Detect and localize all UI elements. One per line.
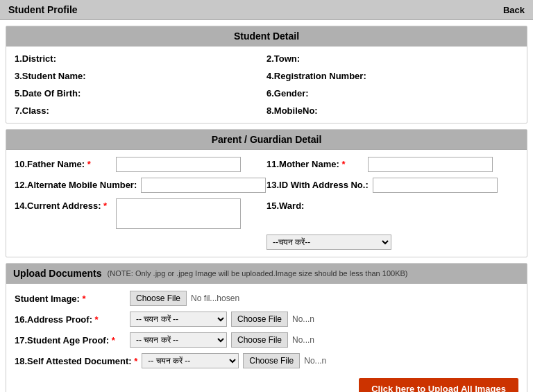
current-address-label: 14.Current Address: * (15, 198, 112, 211)
student-name-field: 3.Student Name: (15, 69, 266, 83)
id-address-label: 13.ID With Address No.: (266, 178, 369, 190)
registration-label: 4.Registration Number: (266, 71, 366, 81)
student-image-file-status: No fil...hosen (191, 293, 239, 303)
town-field: 2.Town: (266, 52, 518, 65)
student-detail-header: Student Detail (6, 26, 527, 46)
address-proof-file-status: No...n (292, 314, 314, 324)
district-field: 1.District: (15, 52, 266, 65)
town-label: 2.Town: (266, 53, 300, 64)
parent-detail-header: Parent / Guardian Detail (6, 130, 527, 150)
upload-all-button[interactable]: Click here to Upload All Images (359, 378, 518, 392)
student-detail-grid: 1.District: 2.Town: 3.Student Name: 4.Re… (6, 46, 527, 123)
current-address-input[interactable] (116, 198, 241, 229)
father-name-input[interactable] (116, 157, 241, 172)
mother-name-row: 11.Mother Name: * (266, 157, 518, 172)
father-name-row: 10.Father Name: * (15, 157, 266, 172)
address-proof-choose-button[interactable]: Choose File (231, 312, 288, 327)
back-button[interactable]: Back (503, 5, 525, 15)
age-proof-file-status: No...n (292, 335, 314, 345)
alt-mobile-label: 12.Alternate Mobile Number: (15, 178, 137, 190)
upload-note: (NOTE: Only .jpg or .jpeg Image will be … (108, 269, 408, 278)
mother-name-input[interactable] (368, 157, 493, 172)
address-proof-select[interactable]: -- चयन करें -- (130, 312, 227, 327)
gender-label: 6.Gender: (266, 88, 309, 99)
student-name-label: 3.Student Name: (15, 71, 86, 81)
age-proof-row: 17.Student Age Proof: * -- चयन करें -- C… (15, 332, 518, 348)
address-proof-label: 16.Address Proof: * (15, 314, 126, 325)
address-proof-row: 16.Address Proof: * -- चयन करें -- Choos… (15, 312, 518, 327)
ward-row: 15.Ward: --चयन करें-- (266, 198, 518, 250)
class-label: 7.Class: (15, 105, 49, 116)
dob-label: 5.Date Of Birth: (15, 88, 81, 99)
ward-select[interactable]: --चयन करें-- (266, 235, 391, 250)
self-attested-select[interactable]: -- चयन करें -- (142, 353, 239, 368)
upload-action-row: Click here to Upload All Images (15, 374, 518, 392)
student-image-choose-button[interactable]: Choose File (130, 291, 187, 306)
upload-title: Upload Documents (13, 268, 102, 279)
student-image-row: Student Image: * Choose File No fil...ho… (15, 291, 518, 306)
dob-field: 5.Date Of Birth: (15, 87, 266, 100)
age-proof-choose-button[interactable]: Choose File (231, 332, 288, 348)
parent-detail-section: Parent / Guardian Detail 10.Father Name:… (6, 129, 527, 257)
mobile-field: 8.MobileNo: (266, 104, 518, 117)
district-label: 1.District: (15, 53, 56, 64)
age-proof-label: 17.Student Age Proof: * (15, 335, 126, 346)
alt-mobile-row: 12.Alternate Mobile Number: (15, 178, 266, 193)
registration-field: 4.Registration Number: (266, 69, 518, 83)
class-field: 7.Class: (15, 104, 266, 117)
mother-name-label: 11.Mother Name: * (266, 157, 364, 169)
self-attested-label: 18.Self Attested Document: * (15, 356, 137, 366)
self-attested-file-status: No...n (304, 356, 326, 366)
self-attested-row: 18.Self Attested Document: * -- चयन करें… (15, 353, 518, 368)
id-address-row: 13.ID With Address No.: (266, 178, 518, 193)
page-title: Student Profile (8, 4, 78, 15)
mobile-label: 8.MobileNo: (266, 105, 318, 116)
age-proof-select[interactable]: -- चयन करें -- (130, 332, 227, 348)
upload-section: Upload Documents (NOTE: Only .jpg or .jp… (6, 263, 527, 392)
self-attested-choose-button[interactable]: Choose File (243, 353, 300, 368)
student-image-label: Student Image: * (15, 293, 126, 304)
upload-section-header: Upload Documents (NOTE: Only .jpg or .jp… (6, 264, 527, 284)
parent-form: 10.Father Name: * 11.Mother Name: * 12.A… (6, 150, 527, 257)
upload-body: Student Image: * Choose File No fil...ho… (6, 284, 527, 392)
ward-label: 15.Ward: (266, 198, 364, 211)
id-address-input[interactable] (373, 178, 498, 193)
student-detail-section: Student Detail 1.District: 2.Town: 3.Stu… (6, 26, 527, 123)
father-name-label: 10.Father Name: * (15, 157, 112, 169)
alt-mobile-input[interactable] (141, 178, 266, 193)
gender-field: 6.Gender: (266, 87, 518, 100)
page-header: Student Profile Back (0, 0, 533, 20)
current-address-row: 14.Current Address: * (15, 198, 266, 229)
